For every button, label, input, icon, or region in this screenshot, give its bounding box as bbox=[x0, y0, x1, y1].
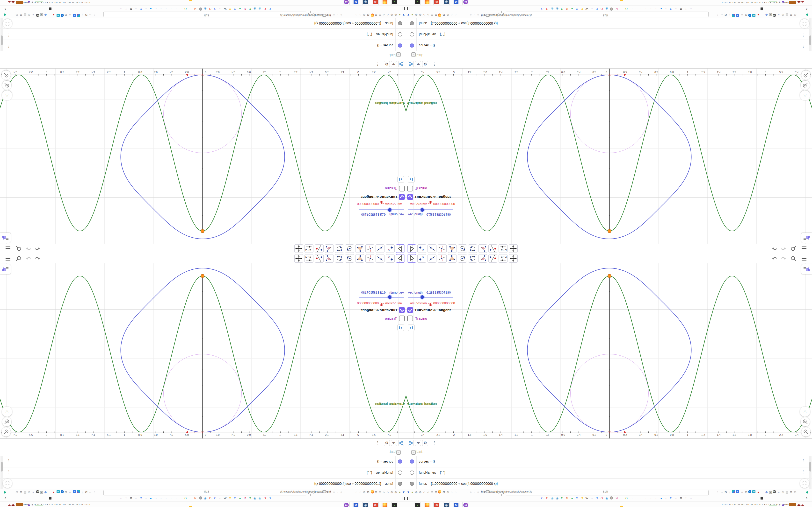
search-ghost[interactable]: ○ bbox=[590, 496, 594, 500]
overflow-chevron-icon[interactable]: ∧ bbox=[806, 7, 808, 11]
visibility-marble-funcs[interactable] bbox=[410, 21, 414, 25]
arc-icon[interactable]: ∩ bbox=[386, 490, 390, 494]
puzzle-icon[interactable]: ▤ bbox=[785, 490, 789, 494]
tool-point-button[interactable]: A bbox=[417, 254, 426, 263]
site-icon[interactable]: ⊕ bbox=[414, 490, 418, 494]
download-icon[interactable]: ↓ bbox=[728, 490, 732, 494]
app-drive[interactable]: ▪ bbox=[391, 502, 398, 507]
search-chat[interactable]: ● bbox=[149, 496, 153, 500]
app-screenshot[interactable]: ◉ bbox=[362, 0, 369, 5]
search-ghost[interactable]: ○ bbox=[179, 496, 183, 500]
dot-icon[interactable]: ◦ bbox=[336, 490, 340, 494]
tool-line-button[interactable] bbox=[427, 254, 437, 263]
site-icon[interactable]: ⊕ bbox=[418, 490, 422, 494]
tool-perpendicular-line-button[interactable] bbox=[365, 254, 374, 263]
curvature-tangent-checkbox[interactable] bbox=[399, 307, 405, 313]
app-firefox[interactable] bbox=[424, 0, 430, 5]
arc-icon[interactable]: ∩ bbox=[422, 13, 426, 17]
visibility-marble-curves[interactable] bbox=[410, 459, 414, 463]
search-ghost[interactable]: ○ bbox=[645, 496, 648, 500]
search-yandex[interactable]: Я bbox=[615, 496, 619, 500]
trash-icon[interactable] bbox=[761, 7, 763, 10]
puzzle-icon[interactable]: ▤ bbox=[785, 13, 789, 17]
search-g[interactable]: G bbox=[580, 496, 584, 500]
shield-circle-icon[interactable]: ● bbox=[32, 13, 35, 17]
archive-icon[interactable]: ▣ bbox=[769, 13, 773, 17]
graphics-view[interactable]: Curvature function Arc length = 6.283185… bbox=[406, 264, 812, 439]
search-ghost[interactable]: ○ bbox=[649, 496, 653, 500]
graphics-view[interactable]: Curvature function Arc length = 6.283185… bbox=[0, 264, 406, 439]
home-button[interactable]: ⌂ bbox=[800, 406, 810, 417]
search-ghost[interactable]: ○ bbox=[144, 7, 148, 11]
ghost-icon[interactable]: ○ bbox=[358, 490, 362, 494]
visibility-marble-funcs[interactable] bbox=[398, 482, 402, 486]
app-floppy64[interactable]: 64 bbox=[453, 0, 459, 5]
search-ghost[interactable]: ○ bbox=[654, 7, 658, 11]
wrench-icon[interactable]: ⚙ bbox=[434, 13, 438, 17]
search-g[interactable]: G bbox=[208, 496, 212, 500]
graphics-view[interactable]: Curvature function Arc length = 6.283185… bbox=[0, 68, 406, 243]
arc-length-slider-thumb[interactable] bbox=[420, 208, 424, 212]
wrench-icon[interactable]: ⚙ bbox=[374, 490, 378, 494]
ud-icon[interactable]: UD bbox=[773, 14, 776, 17]
search-g[interactable]: G bbox=[139, 496, 143, 500]
shield-circle-icon[interactable]: ● bbox=[777, 490, 781, 494]
app-firefox[interactable] bbox=[382, 0, 388, 5]
search-g[interactable]: G bbox=[546, 496, 549, 500]
row-menu-icon[interactable]: ⋮ bbox=[802, 459, 805, 463]
search-yandex[interactable]: Я bbox=[194, 7, 197, 11]
search-ghost[interactable]: ○ bbox=[218, 496, 222, 500]
tool-slider-button[interactable]: a = 2 bbox=[499, 254, 507, 263]
arc-icon[interactable]: ∩ bbox=[382, 490, 386, 494]
search-ghost[interactable]: ○ bbox=[174, 496, 177, 500]
pause-icon[interactable] bbox=[402, 497, 405, 500]
dot-icon[interactable]: ◦ bbox=[465, 490, 469, 494]
tool-point-button[interactable]: A bbox=[417, 244, 426, 253]
search-globe[interactable]: ◉ bbox=[605, 496, 609, 500]
tool-reflect-button[interactable] bbox=[315, 244, 323, 253]
search-ghost[interactable]: ○ bbox=[134, 7, 138, 11]
redo-button[interactable] bbox=[780, 245, 786, 251]
overflow-chevron-icon[interactable]: ∧ bbox=[4, 496, 6, 500]
zoom-in-button[interactable] bbox=[2, 417, 11, 427]
search-wikipedia[interactable]: W bbox=[223, 7, 227, 11]
search-g[interactable]: G bbox=[228, 7, 232, 11]
arc-position-slider-thumb[interactable] bbox=[429, 304, 432, 306]
search-g[interactable]: G bbox=[595, 7, 599, 11]
graphics-stylebar-toggle-button[interactable] bbox=[0, 233, 11, 243]
search-ghost[interactable]: ○ bbox=[635, 496, 639, 500]
visibility-marble-funcnames[interactable] bbox=[398, 470, 402, 475]
search-g[interactable]: G bbox=[600, 7, 604, 11]
arc-position-slider-thumb[interactable] bbox=[429, 201, 432, 203]
search-ghost[interactable]: ○ bbox=[674, 496, 678, 500]
forward-icon[interactable]: → bbox=[89, 13, 92, 17]
trash-icon[interactable] bbox=[49, 497, 51, 500]
search-ghost[interactable]: ○ bbox=[154, 7, 158, 11]
row-menu-icon[interactable]: ⋮ bbox=[802, 33, 805, 37]
search-button[interactable] bbox=[790, 245, 797, 251]
curvature-tangent-checkbox[interactable] bbox=[407, 194, 413, 200]
search-gear[interactable]: ⚙ bbox=[679, 7, 683, 11]
forward-icon[interactable]: → bbox=[720, 13, 723, 17]
search-ghost[interactable]: ○ bbox=[654, 496, 658, 500]
app-settings[interactable]: ⚙ bbox=[372, 0, 379, 5]
tool-circle-button[interactable] bbox=[458, 244, 467, 253]
gear-outline-icon[interactable]: ⚙ bbox=[793, 490, 797, 494]
tool-line-button[interactable] bbox=[375, 244, 385, 253]
search-ghost[interactable]: ○ bbox=[179, 7, 183, 11]
tool-angle-button[interactable]: α bbox=[478, 254, 487, 263]
bookmark-star-icon[interactable]: ☆ bbox=[716, 490, 719, 494]
site-icon[interactable]: ⊕ bbox=[414, 13, 418, 17]
collapse-list-button[interactable]: − bbox=[396, 52, 401, 57]
gear-icon[interactable]: ⚙ bbox=[64, 13, 68, 17]
dot-icon[interactable]: ○ bbox=[469, 13, 473, 17]
profile-icon[interactable]: ● bbox=[398, 13, 402, 17]
shield-u-icon[interactable]: U bbox=[57, 14, 60, 17]
visibility-marble-funcs[interactable] bbox=[410, 482, 414, 486]
tool-circle-button[interactable] bbox=[345, 254, 354, 263]
plus-icon[interactable]: + bbox=[61, 490, 64, 493]
dot-icon[interactable]: ◦ bbox=[343, 13, 347, 17]
plus-icon[interactable]: + bbox=[748, 14, 751, 17]
globe-icon[interactable]: ⊕ bbox=[765, 490, 768, 494]
tool-move-view-button[interactable] bbox=[509, 244, 518, 253]
